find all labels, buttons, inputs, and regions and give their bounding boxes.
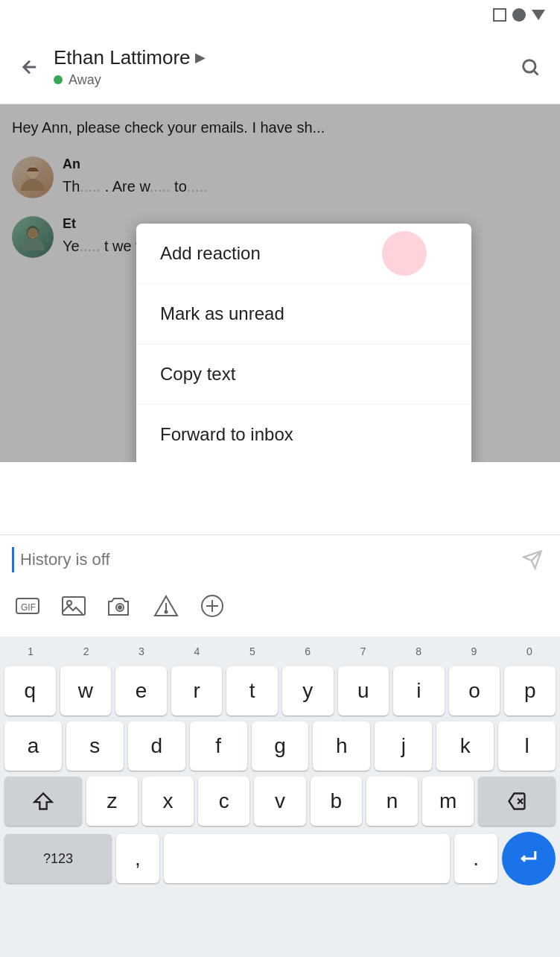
keyboard-bottom-row: ?123 , . [0, 829, 560, 888]
context-menu-copy-text[interactable]: Copy text [136, 344, 471, 405]
key-5[interactable]: 5 [225, 642, 280, 660]
key-z[interactable]: z [86, 777, 138, 826]
square-icon [493, 8, 506, 22]
key-t[interactable]: t [226, 666, 278, 716]
key-2[interactable]: 2 [58, 642, 113, 660]
key-g[interactable]: g [252, 721, 309, 771]
key-l[interactable]: l [498, 721, 556, 771]
svg-text:GIF: GIF [21, 602, 36, 613]
keyboard-row-2: a s d f g h j k l [0, 718, 560, 774]
context-menu-mark-unread[interactable]: Mark as unread [136, 284, 471, 344]
context-menu: Add reaction Mark as unread Copy text Fo… [136, 224, 471, 462]
message-input[interactable] [12, 547, 511, 572]
key-a[interactable]: a [4, 721, 62, 771]
image-button[interactable] [58, 590, 89, 622]
message-input-row [12, 544, 548, 575]
key-h[interactable]: h [313, 721, 370, 771]
key-p[interactable]: p [504, 666, 556, 716]
camera-button[interactable] [104, 590, 136, 622]
shift-key[interactable] [4, 777, 82, 826]
back-button[interactable] [12, 49, 48, 85]
contact-status: Away [54, 72, 512, 88]
svg-point-15 [165, 611, 168, 613]
key-v[interactable]: v [254, 777, 305, 826]
svg-point-12 [118, 606, 121, 609]
key-8[interactable]: 8 [391, 642, 446, 660]
key-b[interactable]: b [311, 777, 362, 826]
key-s[interactable]: s [66, 721, 124, 771]
keyboard-row-1: q w e r t y u i o p [0, 663, 560, 718]
key-o[interactable]: o [449, 666, 500, 716]
chat-area: Hey Ann, please check your emails. I hav… [0, 104, 560, 462]
key-k[interactable]: k [436, 721, 494, 771]
keyboard: 1 2 3 4 5 6 7 8 9 0 q w e r t y u i o p … [0, 637, 560, 957]
header-info: Ethan Lattimore ▶ Away [48, 46, 512, 88]
backspace-key[interactable] [478, 777, 556, 826]
key-0[interactable]: 0 [502, 642, 557, 660]
dropdown-icon [532, 10, 545, 20]
key-m[interactable]: m [422, 777, 474, 826]
svg-point-10 [67, 601, 71, 605]
key-j[interactable]: j [375, 721, 432, 771]
comma-key[interactable]: , [116, 834, 159, 883]
key-1[interactable]: 1 [3, 642, 58, 660]
symbols-key[interactable]: ?123 [4, 834, 112, 883]
circle-icon [512, 8, 526, 22]
key-7[interactable]: 7 [335, 642, 390, 660]
keyboard-number-row: 1 2 3 4 5 6 7 8 9 0 [0, 637, 560, 663]
svg-point-0 [524, 60, 535, 72]
key-q[interactable]: q [4, 666, 56, 716]
key-x[interactable]: x [142, 777, 194, 826]
key-d[interactable]: d [128, 721, 185, 771]
key-c[interactable]: c [198, 777, 249, 826]
header: Ethan Lattimore ▶ Away [0, 30, 560, 104]
key-3[interactable]: 3 [114, 642, 169, 660]
send-button[interactable] [517, 544, 548, 575]
status-bar [0, 0, 560, 30]
drive-button[interactable] [150, 590, 182, 622]
key-y[interactable]: y [282, 666, 334, 716]
status-dot [54, 75, 63, 84]
reaction-ripple [382, 231, 427, 276]
context-menu-forward-inbox[interactable]: Forward to inbox [136, 405, 471, 462]
chevron-right-icon: ▶ [195, 49, 206, 66]
input-area: GIF [0, 534, 560, 637]
key-6[interactable]: 6 [280, 642, 335, 660]
key-r[interactable]: r [171, 666, 223, 716]
status-label: Away [69, 72, 101, 88]
context-menu-add-reaction[interactable]: Add reaction [136, 224, 471, 284]
enter-key[interactable] [502, 832, 556, 885]
key-9[interactable]: 9 [446, 642, 501, 660]
key-w[interactable]: w [60, 666, 112, 716]
toolbar-icons: GIF [12, 584, 548, 628]
space-key[interactable] [164, 834, 450, 883]
key-e[interactable]: e [115, 666, 167, 716]
gif-button[interactable]: GIF [12, 590, 43, 622]
search-button[interactable] [512, 49, 548, 85]
key-f[interactable]: f [190, 721, 247, 771]
key-4[interactable]: 4 [169, 642, 224, 660]
add-button[interactable] [197, 590, 228, 622]
key-n[interactable]: n [366, 777, 418, 826]
period-key[interactable]: . [454, 834, 497, 883]
key-u[interactable]: u [338, 666, 389, 716]
key-i[interactable]: i [393, 666, 445, 716]
keyboard-row-3: z x c v b n m [0, 774, 560, 829]
contact-name[interactable]: Ethan Lattimore ▶ [54, 46, 512, 69]
